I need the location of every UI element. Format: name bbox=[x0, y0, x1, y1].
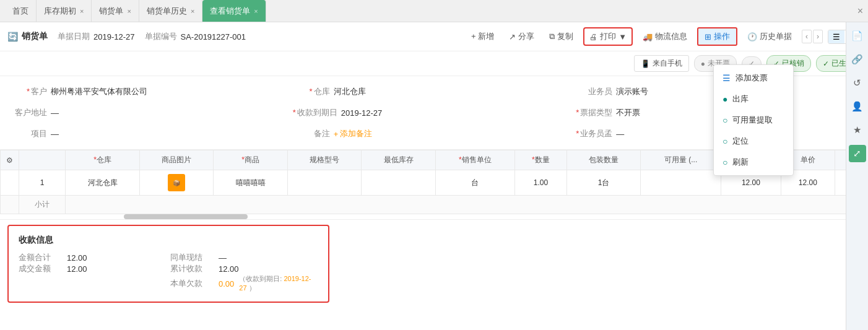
warehouse-row: 仓库 河北仓库 bbox=[293, 84, 576, 100]
due-hint: （收款到期日: 2019-12-27 ） bbox=[239, 274, 318, 293]
img-col-header: 商品图片 bbox=[139, 150, 214, 170]
transaction-value: 12.00 bbox=[67, 264, 87, 274]
user-sidebar-button[interactable]: 👤 bbox=[849, 98, 866, 115]
close-view-sales-tab[interactable]: × bbox=[254, 7, 258, 15]
row-warehouse: 河北仓库 bbox=[66, 170, 140, 196]
refresh-sidebar-button[interactable]: ↺ bbox=[849, 74, 866, 92]
note-row: 备注 + 添加备注 bbox=[293, 126, 576, 142]
warehouse-value: 河北仓库 bbox=[334, 86, 366, 97]
total-value: 12.00 bbox=[67, 253, 87, 263]
close-history-tab[interactable]: × bbox=[191, 7, 194, 15]
close-sales-tab[interactable]: × bbox=[127, 7, 131, 15]
header-actions: + 新增 ↗ 分享 ⧉ 复制 🖨 打印 ▼ 🚚 物流信息 bbox=[466, 27, 861, 46]
number-value: SA-20191227-001 bbox=[181, 32, 246, 41]
address-value: — bbox=[51, 108, 59, 118]
nav-arrows: ‹ › bbox=[802, 30, 823, 43]
product-image: 📦 bbox=[168, 174, 185, 191]
star-sidebar-button[interactable]: ★ bbox=[849, 121, 866, 139]
total-row: 金额合计 12.00 bbox=[19, 252, 167, 263]
row-product: 嘻嘻嘻嘻 bbox=[214, 170, 288, 196]
truck-icon: 🚚 bbox=[643, 32, 653, 41]
doc-meta: 单据日期 2019-12-27 单据编号 SA-20191227-001 bbox=[58, 31, 246, 42]
same-order-value: — bbox=[219, 253, 227, 263]
row-num: 1 bbox=[19, 170, 66, 196]
print-dropdown-arrow: ▼ bbox=[618, 32, 627, 41]
tab-bar: 首页 库存期初 × 销货单 × 销货单历史 × 查看销货单 × × bbox=[0, 0, 868, 22]
doc-title: 销货单 bbox=[22, 31, 48, 42]
settings-col-header: ⚙ bbox=[1, 150, 19, 170]
doc-sidebar-button[interactable]: 📄 bbox=[849, 27, 866, 45]
num-col-header bbox=[19, 150, 66, 170]
cumulative-value: 12.00 bbox=[219, 264, 239, 274]
due-value: 0.00 bbox=[219, 279, 234, 289]
copy-button[interactable]: ⧉ 复制 bbox=[544, 28, 578, 45]
link-sidebar-button[interactable]: 🔗 bbox=[849, 51, 866, 68]
transaction-label: 成交金额 bbox=[19, 263, 62, 274]
payment-title: 收款信息 bbox=[19, 235, 318, 246]
tab-sales-order[interactable]: 销货单 × bbox=[92, 0, 139, 22]
address-row: 客户地址 — bbox=[10, 105, 293, 121]
row-qty: 1.00 bbox=[514, 170, 566, 196]
header-bar: 🔄 销货单 单据日期 2019-12-27 单据编号 SA-20191227-0… bbox=[0, 22, 868, 51]
outbound-item[interactable]: ● 出库 bbox=[714, 89, 793, 110]
same-order-row: 同单现结 — bbox=[170, 252, 318, 263]
horizontal-scrollbar[interactable] bbox=[124, 214, 248, 219]
history-button[interactable]: 🕐 历史单据 bbox=[742, 28, 797, 45]
history-icon: 🕐 bbox=[747, 32, 757, 41]
print-button[interactable]: 🖨 打印 ▼ bbox=[583, 27, 633, 46]
logistics-button[interactable]: 🚚 物流信息 bbox=[638, 28, 692, 45]
customer-row: 客户 柳州粤港平安气体有限公司 bbox=[10, 84, 293, 100]
circle-icon: ● bbox=[701, 59, 705, 68]
from-phone-button[interactable]: 📱 来自手机 bbox=[634, 55, 689, 72]
list-view-button[interactable]: ☰ bbox=[828, 30, 844, 43]
product-col-header: *商品 bbox=[214, 150, 288, 170]
prev-button[interactable]: ‹ bbox=[802, 30, 812, 43]
project-value: — bbox=[51, 129, 59, 139]
spec-col-header: 规格型号 bbox=[287, 150, 362, 170]
operation-icon: ⊞ bbox=[705, 32, 711, 41]
plus-icon: + bbox=[334, 129, 339, 139]
next-button[interactable]: › bbox=[813, 30, 823, 43]
invoice-icon: ☰ bbox=[723, 73, 731, 83]
due-label: 本单欠款 bbox=[170, 278, 214, 289]
staff-value: 演示账号 bbox=[616, 86, 648, 97]
outbound-icon: ● bbox=[723, 94, 727, 104]
operation-button[interactable]: ⊞ 操作 bbox=[697, 27, 737, 46]
subtotal-settings bbox=[1, 196, 19, 214]
transaction-row: 成交金额 12.00 bbox=[19, 263, 167, 274]
share-button[interactable]: ↗ 分享 bbox=[504, 28, 539, 45]
address-label: 客户地址 bbox=[10, 107, 47, 118]
staff2-value: — bbox=[616, 129, 624, 139]
expand-sidebar-button[interactable]: ⤢ bbox=[849, 145, 866, 162]
available-qty-item[interactable]: ○ 可用量提取 bbox=[714, 110, 793, 131]
warehouse-label: 仓库 bbox=[293, 86, 330, 97]
locate-item[interactable]: ○ 定位 bbox=[714, 131, 793, 152]
project-label: 项目 bbox=[10, 128, 47, 139]
tab-home[interactable]: 首页 bbox=[5, 0, 37, 22]
cumulative-row: 累计收款 12.00 bbox=[170, 263, 318, 274]
tab-view-sales[interactable]: 查看销货单 × bbox=[202, 0, 266, 22]
cumulative-label: 累计收款 bbox=[170, 263, 214, 274]
payment-date-label: 收款到期日 bbox=[293, 107, 337, 118]
close-inventory-tab[interactable]: × bbox=[80, 7, 84, 15]
refresh-icon: ○ bbox=[723, 157, 727, 167]
row-packqty: 1台 bbox=[566, 170, 641, 196]
right-sidebar: 📄 🔗 ↺ 👤 ★ ⤢ bbox=[846, 22, 868, 330]
ticket-type-label: 票据类型 bbox=[575, 107, 612, 118]
window-close-button[interactable]: × bbox=[857, 6, 863, 17]
qty-col-header: *数量 bbox=[514, 150, 566, 170]
add-note-button[interactable]: + 添加备注 bbox=[334, 128, 373, 139]
minstock-col-header: 最低库存 bbox=[362, 150, 436, 170]
subtotal-spacer bbox=[66, 196, 868, 214]
new-button[interactable]: + 新增 bbox=[466, 28, 499, 45]
unit-col-header: *销售单位 bbox=[435, 150, 514, 170]
add-invoice-item[interactable]: ☰ 添加发票 bbox=[714, 67, 793, 89]
payment-date-value: 2019-12-27 bbox=[341, 108, 383, 118]
refresh-item[interactable]: ○ 刷新 bbox=[714, 152, 793, 173]
check-icon3: ✓ bbox=[823, 59, 829, 68]
print-icon: 🖨 bbox=[589, 32, 597, 41]
tab-sales-history[interactable]: 销货单历史 × bbox=[139, 0, 202, 22]
customer-value: 柳州粤港平安气体有限公司 bbox=[51, 86, 147, 97]
tab-inventory-init[interactable]: 库存期初 × bbox=[37, 0, 92, 22]
subtotal-row: 小计 bbox=[1, 196, 868, 214]
